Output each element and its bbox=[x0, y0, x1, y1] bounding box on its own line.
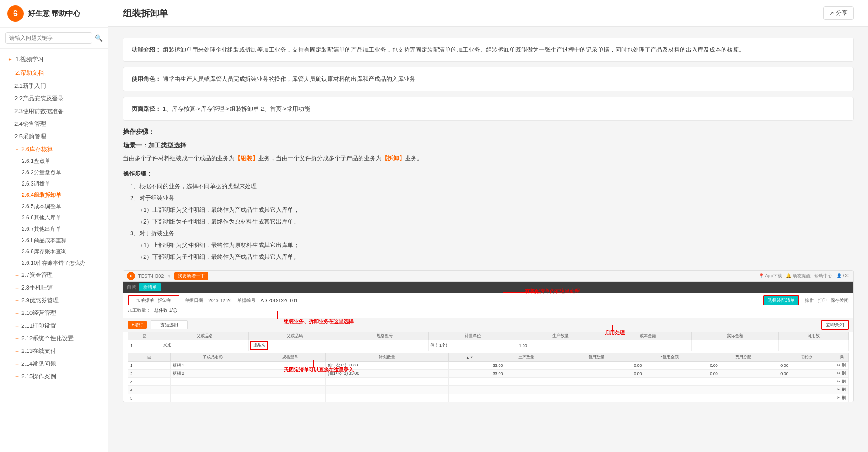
plus-icon-pay: ＋ bbox=[14, 348, 19, 355]
sidebar-search-area: 🔍 bbox=[0, 28, 108, 49]
main-content: 功能介绍： 组装拆卸单用来处理企业组装或拆卸等加工业务，支持有固定装配清单的产品… bbox=[108, 27, 868, 452]
mock-type-selector: 加单据单 拆卸单 bbox=[128, 295, 179, 305]
annotation-bom: 有装配清单的在这里处理 bbox=[525, 288, 580, 295]
mock-nav-home: 自营 bbox=[127, 284, 136, 290]
collapse-icon-inventory: － bbox=[14, 146, 19, 153]
sidebar-nav: ＋ 1.视频学习 － 2.帮助文档 2.1新手入门 2.2产品安装及登录 2.3… bbox=[0, 49, 108, 452]
sidebar-item-docs[interactable]: － 2.帮助文档 bbox=[0, 66, 108, 80]
collapse-icon: － bbox=[7, 69, 13, 77]
mock-nav: 自营 新增单 bbox=[123, 282, 853, 293]
sidebar-header: 6 好生意 帮助中心 bbox=[0, 0, 108, 28]
sidebar-item-sales[interactable]: 2.4销售管理 bbox=[0, 118, 108, 130]
plus-icon-cases: ＋ bbox=[14, 373, 19, 380]
mock-app-id: TEST-H002 bbox=[138, 273, 164, 279]
ops-steps-title: 操作步骤： bbox=[123, 170, 854, 178]
sidebar-item-cost-adjust[interactable]: 2.6.5成本调整单 bbox=[0, 201, 108, 212]
mock-table-area: ☑父成品名父成品码规格型号计量单位生产数量成本金额实际金额可用数 1 米米 成品… bbox=[123, 332, 853, 353]
func-intro-text: 组装拆卸单用来处理企业组装或拆卸等加工业务，支持有固定装配清单的产品加工业务，也… bbox=[163, 46, 745, 53]
inventory-label: 2.6库存核算 bbox=[21, 145, 53, 153]
sidebar-item-ledger-fix[interactable]: 2.6.10库存账本错了怎么办 bbox=[0, 257, 108, 269]
sidebar-item-label: 2.帮助文档 bbox=[15, 69, 44, 77]
scene1-desc-text: 当由多个子件材料组装成一个成品的业务为 bbox=[123, 155, 235, 162]
mock-qty-label: 加工数量： bbox=[128, 307, 151, 314]
func-intro-label: 功能介绍： bbox=[132, 46, 161, 53]
step2-sub2: （2）下部明细为子件明细，最终作为原材料生成其它出库单。 bbox=[137, 216, 854, 228]
scene1-desc: 当由多个子件材料组装成一个成品的业务为【组装】业务，当由一个父件拆分成多个子产品… bbox=[123, 152, 854, 164]
path-block: 页面路径： 1、库存核算->库存管理->组装拆卸单 2、首页->常用功能 bbox=[123, 97, 854, 121]
sidebar-item-mobile[interactable]: ＋ 2.8手机旺铺 bbox=[0, 281, 108, 294]
sidebar-item-label: 1.视频学习 bbox=[15, 55, 44, 63]
mock-new-btn: 我要新增一下 bbox=[174, 272, 208, 280]
mock-docno-label: 单据编号 bbox=[237, 297, 255, 304]
role-block: 使用角色： 通常由生产人员或库管人员完成拆装业务的操作，库管人员确认原材料的出库… bbox=[123, 67, 854, 91]
sidebar-item-stocktake[interactable]: 2.6.1盘点单 bbox=[0, 156, 108, 167]
step3-sub1: （1）上部明细为父件明细，最终作为原材料生成其它出库单； bbox=[137, 239, 854, 251]
sidebar-item-transfer[interactable]: 2.6.3调拨单 bbox=[0, 178, 108, 190]
sidebar-item-other-in[interactable]: 2.6.6其他入库单 bbox=[0, 212, 108, 224]
main-area: 组装拆卸单 ↗ 分享 功能介绍： 组装拆卸单用来处理企业组装或拆卸等加工业务，支… bbox=[108, 0, 868, 452]
role-text: 通常由生产人员或库管人员完成拆装业务的操作，库管人员确认原材料的出库和产成品的入… bbox=[163, 76, 415, 82]
sidebar-item-print[interactable]: ＋ 2.11打印设置 bbox=[0, 319, 108, 332]
sidebar-item-custom[interactable]: ＋ 2.12系统个性化设置 bbox=[0, 332, 108, 345]
ops-title: 操作步骤： bbox=[123, 128, 854, 136]
step2: 2、对于组装业务 bbox=[130, 192, 854, 204]
scene1-title: 场景一：加工类型选择 bbox=[123, 142, 854, 150]
share-label: 分享 bbox=[836, 9, 848, 17]
search-input[interactable] bbox=[5, 32, 92, 44]
main-header: 组装拆卸单 ↗ 分享 bbox=[108, 0, 868, 27]
mock-date-value: 2019-12-26 bbox=[208, 298, 231, 303]
expand-icon: ＋ bbox=[7, 56, 13, 63]
sidebar-item-dataprep[interactable]: 2.3使用前数据准备 bbox=[0, 105, 108, 118]
app-logo: 6 bbox=[7, 5, 24, 22]
plus-icon-print: ＋ bbox=[14, 323, 19, 329]
sidebar-item-online-pay[interactable]: ＋ 2.13在线支付 bbox=[0, 345, 108, 357]
mock-add-row: +增行 bbox=[128, 321, 147, 329]
sidebar-item-install[interactable]: 2.2产品安装及登录 bbox=[0, 92, 108, 105]
mock-bom-btn: 选择装配清单 bbox=[763, 295, 799, 305]
share-button[interactable]: ↗ 分享 bbox=[823, 6, 854, 20]
sidebar: 6 好生意 帮助中心 🔍 ＋ 1.视频学习 － 2.帮助文档 2.1新手入门 2… bbox=[0, 0, 108, 452]
mock-bottom-table: ☑子成品名称规格型号计划数量▲▼生产数量领用数量*领用金额费用分配初始余操 1糖… bbox=[128, 353, 849, 402]
step3-sub2: （2）下部明细为子件明细，最终作为产成品生成其它入库单。 bbox=[137, 251, 854, 263]
screenshot-mock: 6 TEST-H002 ▼ 我要新增一下 📍 App下载 🔔 动态提醒 帮助中心… bbox=[123, 271, 853, 402]
arrow-bom bbox=[503, 292, 539, 293]
page-title: 组装拆卸单 bbox=[123, 7, 168, 19]
step2-sub1: （1）上部明细为父件明细，最终作为产成品生成其它入库单； bbox=[137, 204, 854, 216]
sidebar-item-purchase[interactable]: 2.5采购管理 bbox=[0, 130, 108, 143]
sidebar-item-coupon[interactable]: ＋ 2.9优惠券管理 bbox=[0, 294, 108, 307]
sidebar-item-assembly[interactable]: 2.6.4组装拆卸单 bbox=[0, 190, 108, 201]
sidebar-item-mgmt[interactable]: ＋ 2.10经营管理 bbox=[0, 307, 108, 319]
search-icon[interactable]: 🔍 bbox=[95, 34, 103, 42]
mock-nav-active: 新增单 bbox=[139, 283, 161, 291]
mock-top-table: ☑父成品名父成品码规格型号计量单位生产数量成本金额实际金额可用数 1 米米 成品… bbox=[128, 332, 849, 351]
screenshot-container: 6 TEST-H002 ▼ 我要新增一下 📍 App下载 🔔 动态提醒 帮助中心… bbox=[123, 270, 854, 402]
mock-subtable-area: ☑子成品名称规格型号计划数量▲▼生产数量领用数量*领用金额费用分配初始余操 1糖… bbox=[123, 353, 853, 402]
arrow-nobom-v bbox=[313, 360, 314, 367]
mock-icons-right: 📍 App下载 🔔 动态提醒 帮助中心 👤 CC bbox=[759, 273, 849, 279]
sidebar-item-cases[interactable]: ＋ 2.15操作案例 bbox=[0, 370, 108, 383]
sidebar-item-newbie[interactable]: 2.1新手入门 bbox=[0, 80, 108, 92]
sidebar-item-inventory[interactable]: － 2.6库存核算 bbox=[0, 143, 108, 156]
mock-type-label: 加单据单 拆卸单 bbox=[136, 298, 171, 303]
sidebar-item-finance[interactable]: ＋ 2.7资金管理 bbox=[0, 269, 108, 281]
sidebar-item-split-stocktake[interactable]: 2.6.2分量盘点单 bbox=[0, 167, 108, 178]
sidebar-item-cost-recalc[interactable]: 2.6.8商品成本重算 bbox=[0, 235, 108, 246]
annotation-nobom: 无固定清单可以直接在这里录入 bbox=[284, 366, 354, 373]
step3: 3、对于拆装业务 bbox=[130, 228, 854, 239]
plus-icon-mgmt: ＋ bbox=[14, 310, 19, 317]
sidebar-item-faq[interactable]: ＋ 2.14常见问题 bbox=[0, 357, 108, 370]
plus-icon-custom: ＋ bbox=[14, 335, 19, 342]
plus-icon-coupon: ＋ bbox=[14, 297, 19, 304]
plus-icon-faq: ＋ bbox=[14, 361, 19, 367]
sidebar-item-inventory-ledger[interactable]: 2.6.9库存账本查询 bbox=[0, 246, 108, 257]
mock-qty-value: 总件数 1/总 bbox=[154, 307, 177, 314]
func-intro-block: 功能介绍： 组装拆卸单用来处理企业组装或拆卸等加工业务，支持有固定装配清单的产品… bbox=[123, 38, 854, 62]
plus-icon-finance: ＋ bbox=[14, 272, 19, 279]
sidebar-item-video[interactable]: ＋ 1.视频学习 bbox=[0, 52, 108, 66]
annotation-type: 组装业务、拆卸业务在这里选择 bbox=[284, 318, 354, 325]
role-label: 使用角色： bbox=[132, 76, 161, 82]
share-icon: ↗ bbox=[829, 10, 834, 17]
sidebar-item-other-out[interactable]: 2.6.7其他出库单 bbox=[0, 224, 108, 235]
mock-separator: ▼ bbox=[166, 273, 171, 279]
arrow-type-v bbox=[277, 311, 278, 319]
